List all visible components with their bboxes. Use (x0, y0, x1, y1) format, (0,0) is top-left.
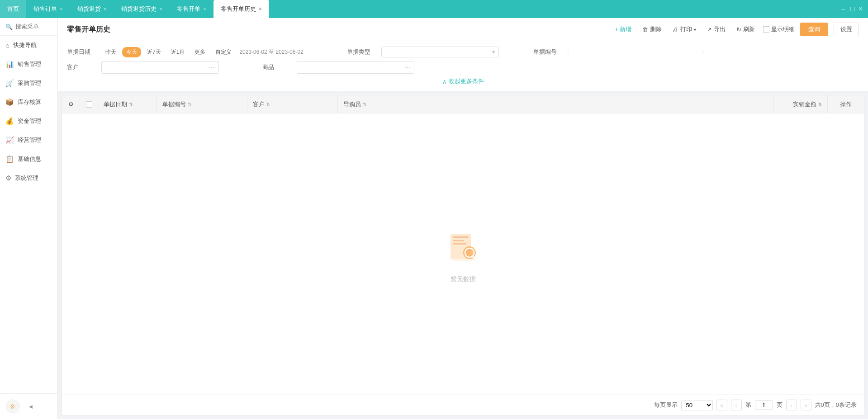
chevron-down-icon: ▾ (694, 27, 696, 32)
dots-icon: ··· (209, 63, 215, 71)
settings-icon: ⚙ (68, 101, 74, 108)
finance-icon: 💰 (5, 117, 14, 125)
sort-icon: ⇅ (266, 102, 270, 107)
th-customer[interactable]: 客户 ⇅ (247, 95, 338, 113)
refresh-icon: ↻ (736, 26, 741, 33)
sidebar-search[interactable]: 🔍 搜索采单 (0, 18, 57, 36)
sidebar-item-finance[interactable]: 💰 资金管理 (0, 112, 57, 131)
close-icon[interactable]: × (60, 6, 63, 12)
page-title: 零售开单历史 (67, 25, 110, 34)
purchase-icon: 🛒 (5, 79, 14, 87)
collapse-button[interactable]: ∧ 收起更多条件 (442, 77, 484, 85)
empty-text: 暂无数据 (451, 275, 476, 283)
select-all-checkbox[interactable] (86, 101, 92, 108)
tab-sales-return[interactable]: 销货退货 × (70, 0, 114, 18)
arrow-left-icon: ◄ (28, 403, 34, 410)
page-number-input[interactable] (755, 400, 773, 410)
th-date[interactable]: 单据日期 ⇅ (98, 95, 157, 113)
print-icon: 🖨 (673, 26, 678, 33)
tab-retail-order[interactable]: 零售开单 × (170, 0, 213, 18)
goods-input[interactable]: ··· (297, 61, 414, 74)
sales-icon: 📊 (5, 60, 14, 68)
tab-sales-return-history[interactable]: 销货退货历史 × (114, 0, 170, 18)
tab-retail-order-history[interactable]: 零售开单历史 × (213, 0, 269, 18)
dots-icon-2: ··· (404, 63, 410, 71)
date-btn-yesterday[interactable]: 昨天 (101, 47, 120, 57)
sort-icon: ⇅ (129, 102, 133, 107)
refresh-button[interactable]: ↻ 刷新 (734, 24, 758, 35)
filter-row-1: 单据日期 昨天 今天 近7天 近1月 更多 自定义 2023-06-02 至 2… (67, 47, 859, 57)
export-button[interactable]: ↗ 导出 (704, 24, 728, 35)
sidebar-item-inventory[interactable]: 📦 库存核算 (0, 93, 57, 112)
sidebar-item-sales[interactable]: 📊 销售管理 (0, 55, 57, 74)
page-header: 零售开单历史 + 新增 🗑 删除 🖨 打印 ▾ ↗ 导出 ↻ (58, 18, 868, 41)
tab-home[interactable]: 首页 (0, 0, 26, 18)
toolbar: + 新增 🗑 删除 🖨 打印 ▾ ↗ 导出 ↻ 刷新 (612, 23, 859, 36)
date-btn-7days[interactable]: 近7天 (143, 47, 165, 57)
tab-sales-order[interactable]: 销售订单 × (26, 0, 70, 18)
close-icon[interactable]: × (159, 6, 162, 12)
chevron-up-icon: ∧ (442, 78, 447, 85)
sidebar: 🔍 搜索采单 ⌂ 快捷导航 📊 销售管理 🛒 采购管理 📦 库存核算 💰 资金管… (0, 18, 58, 419)
customer-input[interactable]: ··· (101, 61, 219, 74)
customer-label: 客户 (67, 63, 94, 71)
inventory-icon: 📦 (5, 98, 14, 106)
home-icon: ⌂ (5, 42, 9, 49)
export-icon: ↗ (707, 26, 712, 33)
date-btn-1month[interactable]: 近1月 (167, 47, 189, 57)
filter-area: 单据日期 昨天 今天 近7天 近1月 更多 自定义 2023-06-02 至 2… (58, 41, 868, 91)
baseinfo-icon: 📋 (5, 155, 14, 163)
minimize-button[interactable]: － (840, 5, 847, 14)
close-icon[interactable]: × (203, 6, 206, 12)
svg-rect-3 (453, 240, 464, 241)
query-button[interactable]: 查询 (800, 23, 828, 36)
doc-type-label: 单据类型 (347, 48, 374, 56)
maximize-button[interactable]: □ (850, 5, 855, 13)
prev-page-button[interactable]: ‹ (731, 400, 742, 410)
delete-button[interactable]: 🗑 删除 (640, 24, 664, 35)
doc-type-select[interactable]: ▾ (381, 47, 499, 57)
page-size-select[interactable]: 20 50 100 (681, 400, 713, 410)
close-icon[interactable]: × (259, 6, 262, 12)
date-btn-today[interactable]: 今天 (122, 47, 141, 57)
pagination: 每页显示 20 50 100 « ‹ 第 页 › » 共0页，0条记录 (62, 395, 864, 415)
settings-button[interactable]: 设置 (834, 23, 859, 36)
sidebar-item-base-info[interactable]: 📋 基础信息 (0, 150, 57, 169)
sort-icon: ⇅ (188, 102, 191, 107)
settings-footer-button[interactable]: ⚙ (5, 399, 20, 414)
sidebar-item-purchase[interactable]: 🛒 采购管理 (0, 74, 57, 93)
th-amount[interactable]: 实销金额 ⇅ (773, 95, 828, 113)
total-info: 共0页，0条记录 (815, 401, 857, 409)
close-window-button[interactable]: × (859, 5, 863, 13)
sidebar-item-quick-nav[interactable]: ⌂ 快捷导航 (0, 36, 57, 55)
print-button[interactable]: 🖨 打印 ▾ (670, 24, 699, 35)
th-checkbox[interactable] (80, 95, 98, 113)
close-icon[interactable]: × (104, 6, 107, 12)
next-page-button[interactable]: › (786, 400, 797, 410)
first-page-button[interactable]: « (716, 400, 727, 410)
date-filter-buttons: 昨天 今天 近7天 近1月 更多 自定义 2023-06-02 至 2023-0… (101, 47, 304, 57)
gear-icon: ⚙ (10, 403, 15, 410)
th-order-no[interactable]: 单据编号 ⇅ (157, 95, 247, 113)
sidebar-item-business[interactable]: 📈 经营管理 (0, 131, 57, 150)
date-label: 单据日期 (67, 48, 94, 56)
last-page-button[interactable]: » (801, 400, 811, 410)
sidebar-footer: ⚙ ◄ (0, 393, 57, 419)
doc-no-input[interactable] (568, 50, 703, 54)
business-icon: 📈 (5, 136, 14, 144)
collapse-sidebar-button[interactable]: ◄ (24, 399, 38, 414)
th-ops: 操作 (828, 95, 864, 113)
date-btn-custom[interactable]: 自定义 (211, 47, 236, 57)
main-layout: 🔍 搜索采单 ⌂ 快捷导航 📊 销售管理 🛒 采购管理 📦 库存核算 💰 资金管… (0, 18, 868, 419)
table-header: ⚙ 单据日期 ⇅ 单据编号 ⇅ 客户 ⇅ 导购员 (62, 95, 864, 113)
th-guide[interactable]: 导购员 ⇅ (338, 95, 392, 113)
checkbox-box (763, 26, 769, 33)
date-btn-more[interactable]: 更多 (190, 47, 209, 57)
sidebar-item-system[interactable]: ⚙ 系统管理 (0, 169, 57, 188)
page-size-label: 每页显示 (654, 401, 678, 409)
sort-icon: ⇅ (818, 102, 822, 107)
show-detail-checkbox[interactable]: 显示明细 (763, 25, 795, 33)
th-spacer (392, 95, 773, 113)
th-settings[interactable]: ⚙ (62, 95, 80, 113)
add-button[interactable]: + 新增 (612, 24, 634, 35)
